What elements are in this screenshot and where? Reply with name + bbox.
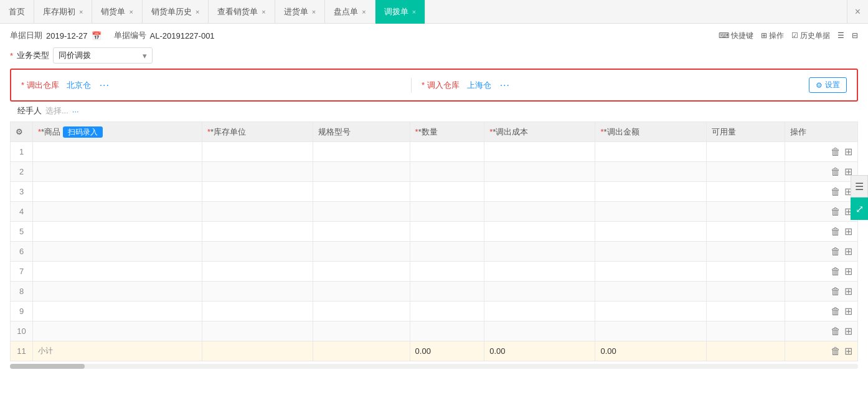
copy-icon-6[interactable]: ⊞ (844, 245, 852, 257)
unit-cell-7[interactable] (202, 262, 313, 282)
business-type-select[interactable]: 同价调拨 ▾ (53, 47, 153, 64)
scrollbar-thumb[interactable] (10, 364, 85, 369)
tab-close-stocktake[interactable]: × (362, 8, 366, 16)
copy-icon-11[interactable]: ⊞ (844, 345, 852, 357)
delete-icon-3[interactable]: 🗑 (831, 186, 841, 198)
spec-cell-5[interactable] (313, 222, 410, 242)
unit-cell-2[interactable] (202, 162, 313, 182)
qty-cell-3[interactable] (410, 182, 484, 202)
amount-cell-10[interactable] (595, 321, 706, 341)
tab-close-view-sales[interactable]: × (262, 8, 265, 16)
tab-close-sales-order[interactable]: × (129, 8, 133, 16)
spec-cell-6[interactable] (313, 242, 410, 262)
spec-cell-8[interactable] (313, 282, 410, 302)
amount-cell-1[interactable] (595, 142, 706, 162)
product-cell-7[interactable] (33, 262, 202, 282)
tab-home[interactable]: 首页 (0, 0, 34, 24)
spec-cell-2[interactable] (313, 162, 410, 182)
qty-cell-4[interactable] (410, 202, 484, 222)
cost-cell-7[interactable] (484, 262, 595, 282)
unit-cell-6[interactable] (202, 242, 313, 262)
col-gear-header[interactable]: ⚙ (11, 122, 33, 142)
amount-cell-7[interactable] (595, 262, 706, 282)
spec-cell-1[interactable] (313, 142, 410, 162)
delete-icon-1[interactable]: 🗑 (831, 146, 841, 158)
settings-button[interactable]: ⚙ 设置 (809, 77, 847, 93)
warehouse-in-value[interactable]: 上海仓 (467, 80, 491, 91)
product-cell-3[interactable] (33, 182, 202, 202)
product-cell-8[interactable] (33, 282, 202, 302)
warehouse-out-value[interactable]: 北京仓 (67, 80, 91, 91)
tab-view-sales[interactable]: 查看销货单 × (209, 0, 275, 24)
amount-cell-5[interactable] (595, 222, 706, 242)
calendar-icon[interactable]: 📅 (92, 31, 101, 40)
copy-icon-10[interactable]: ⊞ (844, 325, 852, 337)
cost-cell-8[interactable] (484, 282, 595, 302)
unit-cell-10[interactable] (202, 321, 313, 341)
qty-cell-7[interactable] (410, 262, 484, 282)
tab-sales-order[interactable]: 销货单 × (92, 0, 142, 24)
shortcut-button[interactable]: ⌨ 快捷键 (719, 31, 753, 41)
scan-button[interactable]: 扫码录入 (63, 126, 103, 138)
right-expand-button[interactable]: ⤢ (851, 198, 868, 220)
amount-cell-9[interactable] (595, 302, 706, 321)
spec-cell-9[interactable] (313, 302, 410, 321)
handler-select[interactable]: 选择... (45, 105, 68, 117)
amount-cell-3[interactable] (595, 182, 706, 202)
unit-cell-4[interactable] (202, 202, 313, 222)
cost-cell-6[interactable] (484, 242, 595, 262)
tab-purchase-order[interactable]: 进货单 × (275, 0, 325, 24)
spec-cell-7[interactable] (313, 262, 410, 282)
qty-cell-10[interactable] (410, 321, 484, 341)
delete-icon-9[interactable]: 🗑 (831, 306, 841, 317)
product-cell-9[interactable] (33, 302, 202, 321)
product-cell-6[interactable] (33, 242, 202, 262)
tab-close-inventory-init[interactable]: × (79, 8, 83, 16)
unit-cell-5[interactable] (202, 222, 313, 242)
amount-cell-4[interactable] (595, 202, 706, 222)
delete-icon-5[interactable]: 🗑 (831, 226, 841, 237)
tab-close-sales-history[interactable]: × (196, 8, 199, 16)
tab-close-purchase-order[interactable]: × (312, 8, 316, 16)
copy-icon-1[interactable]: ⊞ (844, 146, 852, 158)
spec-cell-4[interactable] (313, 202, 410, 222)
tab-sales-history[interactable]: 销货单历史 × (143, 0, 209, 24)
history-button[interactable]: ☑ 历史单据 (791, 31, 830, 41)
product-cell-1[interactable] (33, 142, 202, 162)
qty-cell-1[interactable] (410, 142, 484, 162)
horizontal-scrollbar[interactable] (10, 364, 858, 369)
layout2-button[interactable]: ⊟ (852, 31, 858, 40)
unit-cell-1[interactable] (202, 142, 313, 162)
delete-icon-10[interactable]: 🗑 (831, 326, 841, 337)
ops-button[interactable]: ⊞ 操作 (761, 31, 784, 41)
right-list-button[interactable]: ☰ (851, 175, 868, 198)
spec-cell-3[interactable] (313, 182, 410, 202)
handler-more-button[interactable]: ··· (72, 107, 79, 116)
copy-icon-5[interactable]: ⊞ (844, 226, 852, 237)
product-cell-2[interactable] (33, 162, 202, 182)
unit-cell-8[interactable] (202, 282, 313, 302)
cost-cell-2[interactable] (484, 162, 595, 182)
delete-icon-2[interactable]: 🗑 (831, 166, 841, 178)
amount-cell-8[interactable] (595, 282, 706, 302)
close-all-tabs-button[interactable]: × (847, 0, 868, 24)
delete-icon-6[interactable]: 🗑 (831, 246, 841, 257)
delete-icon-4[interactable]: 🗑 (831, 206, 841, 217)
unit-cell-9[interactable] (202, 302, 313, 321)
cost-cell-1[interactable] (484, 142, 595, 162)
product-cell-4[interactable] (33, 202, 202, 222)
copy-icon-9[interactable]: ⊞ (844, 305, 852, 317)
cost-cell-9[interactable] (484, 302, 595, 321)
cost-cell-10[interactable] (484, 321, 595, 341)
delete-icon-11[interactable]: 🗑 (831, 346, 841, 357)
qty-cell-6[interactable] (410, 242, 484, 262)
amount-cell-6[interactable] (595, 242, 706, 262)
copy-icon-7[interactable]: ⊞ (844, 265, 852, 277)
tab-close-transfer[interactable]: × (412, 8, 416, 16)
layout1-button[interactable]: ☰ (837, 31, 844, 40)
warehouse-in-more-button[interactable]: ··· (500, 80, 510, 91)
unit-cell-3[interactable] (202, 182, 313, 202)
qty-cell-5[interactable] (410, 222, 484, 242)
product-cell-10[interactable] (33, 321, 202, 341)
copy-icon-8[interactable]: ⊞ (844, 285, 852, 297)
